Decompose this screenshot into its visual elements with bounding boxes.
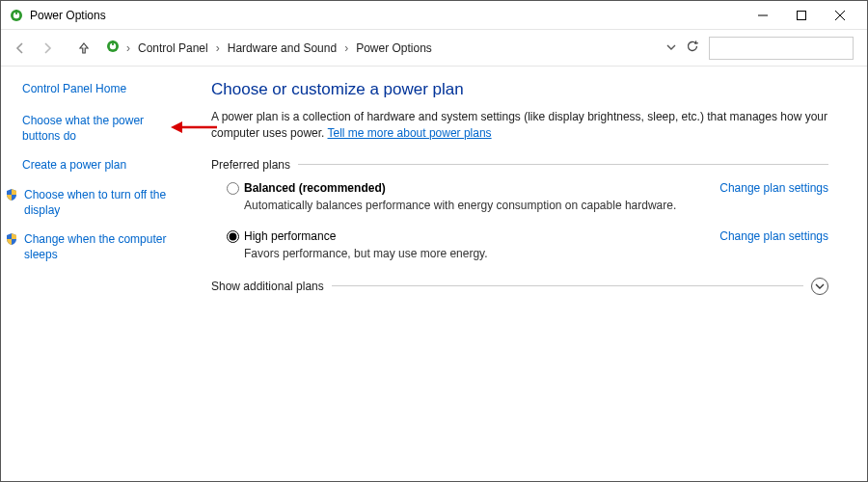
plan-name: Balanced (recommended) <box>244 181 386 195</box>
sidebar-item-create-plan[interactable]: Create a power plan <box>22 157 180 173</box>
window: Power Options › Control Panel › Hardware… <box>0 0 868 482</box>
preferred-plans-label: Preferred plans <box>211 158 828 172</box>
plan-balanced: Balanced (recommended) Change plan setti… <box>227 181 828 212</box>
chevron-down-icon[interactable] <box>666 41 676 55</box>
refresh-button[interactable] <box>686 40 699 56</box>
sidebar-item-sleep[interactable]: Change when the computer sleeps <box>24 231 180 262</box>
page-heading: Choose or customize a power plan <box>211 80 828 99</box>
plan-description: Automatically balances performance with … <box>244 199 828 212</box>
plan-radio-balanced[interactable] <box>227 182 239 195</box>
svg-rect-9 <box>112 40 114 45</box>
svg-rect-4 <box>798 11 806 19</box>
power-options-icon <box>105 39 121 57</box>
sidebar: Control Panel Home Choose what the power… <box>1 67 194 481</box>
nav-toolbar: › Control Panel › Hardware and Sound › P… <box>1 30 867 67</box>
chevron-right-icon: › <box>216 41 220 55</box>
back-button[interactable] <box>9 37 32 60</box>
divider <box>298 164 828 165</box>
control-panel-home-link[interactable]: Control Panel Home <box>22 82 180 95</box>
chevron-right-icon: › <box>126 41 130 55</box>
power-options-icon <box>9 8 24 23</box>
plan-name: High performance <box>244 229 336 243</box>
up-button[interactable] <box>72 37 95 60</box>
show-additional-label: Show additional plans <box>211 280 332 293</box>
desc-text: A power plan is a collection of hardware… <box>211 110 827 140</box>
shield-icon <box>5 188 18 204</box>
change-plan-settings-link[interactable]: Change plan settings <box>719 229 828 243</box>
svg-rect-2 <box>15 10 17 14</box>
search-input[interactable] <box>709 37 854 60</box>
titlebar: Power Options <box>1 1 867 30</box>
breadcrumb-seg[interactable]: Control Panel <box>136 40 210 57</box>
plan-description: Favors performance, but may use more ene… <box>244 247 828 260</box>
show-additional-plans[interactable]: Show additional plans <box>211 278 828 295</box>
learn-more-link[interactable]: Tell me more about power plans <box>328 126 492 140</box>
breadcrumb-seg[interactable]: Power Options <box>354 40 434 57</box>
forward-button[interactable] <box>36 37 59 60</box>
address-bar[interactable]: › Control Panel › Hardware and Sound › P… <box>99 39 663 57</box>
plan-high-performance: High performance Change plan settings Fa… <box>227 229 828 260</box>
plan-radio-high-performance[interactable] <box>227 230 239 243</box>
shield-icon <box>5 232 18 249</box>
expand-button[interactable] <box>811 278 828 295</box>
divider <box>332 285 803 286</box>
window-title: Power Options <box>30 9 106 22</box>
breadcrumb-seg[interactable]: Hardware and Sound <box>226 40 339 57</box>
chevron-right-icon: › <box>344 41 348 55</box>
close-button[interactable] <box>821 2 859 29</box>
maximize-button[interactable] <box>782 2 821 29</box>
minimize-button[interactable] <box>744 2 782 29</box>
sidebar-item-turn-off-display[interactable]: Choose when to turn off the display <box>24 187 180 218</box>
sidebar-item-power-buttons[interactable]: Choose what the power buttons do <box>22 113 180 144</box>
change-plan-settings-link[interactable]: Change plan settings <box>719 181 828 195</box>
preferred-plans-text: Preferred plans <box>211 158 298 172</box>
page-description: A power plan is a collection of hardware… <box>211 109 828 143</box>
main-content: Choose or customize a power plan A power… <box>194 67 867 481</box>
